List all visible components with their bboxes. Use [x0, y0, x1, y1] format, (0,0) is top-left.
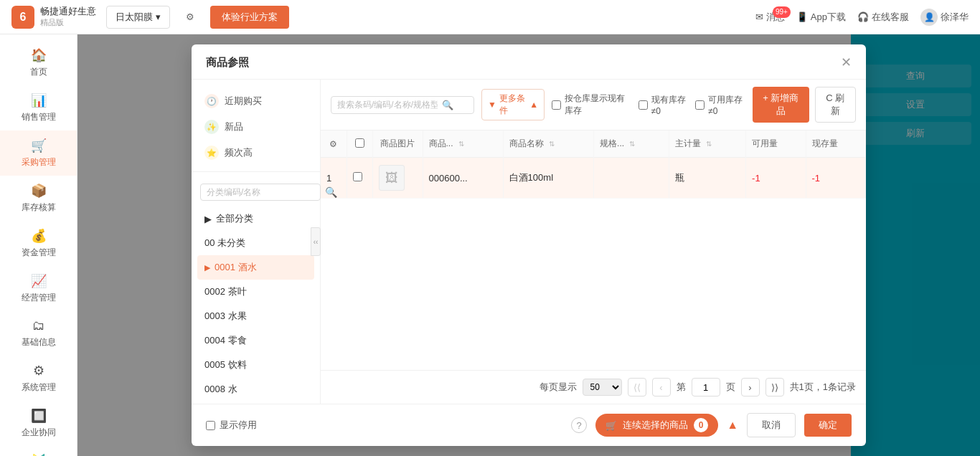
available-checkbox[interactable]	[639, 100, 648, 110]
logo-icon: 6	[11, 6, 34, 29]
category-0002[interactable]: 0002 茶叶	[197, 280, 314, 304]
td-name: 白酒100ml	[503, 158, 593, 199]
quick-frequent[interactable]: ⭐ 频次高	[197, 140, 314, 166]
category-00[interactable]: 00 未分类	[197, 231, 314, 255]
td-image: 🖼	[372, 158, 423, 199]
confirm-button[interactable]: 确定	[804, 414, 852, 437]
avatar: 👤	[920, 9, 938, 26]
modal-overlay: 商品参照 ✕ 🕐 近期购买	[77, 34, 980, 456]
show-disabled-checkbox-wrap[interactable]: 显示停用	[206, 419, 257, 432]
th-unit[interactable]: 主计量 ⇅	[669, 130, 746, 158]
warehouse-checkbox-wrap[interactable]: 按仓库显示现有库存	[552, 92, 631, 117]
filter-icon: ▼	[488, 100, 496, 110]
modal-close-button[interactable]: ✕	[841, 54, 852, 70]
category-0004[interactable]: 0004 零食	[197, 328, 314, 353]
modal-right-panel: 🔍 ▼ 更多条件 ▲ 按仓库显示现有库存	[321, 80, 866, 404]
pagination: 每页显示 50 10 20 100 ⟨⟨ ‹ 第	[321, 370, 866, 404]
sidebar-item-inventory[interactable]: 📦 库存核算	[0, 176, 77, 221]
help-button[interactable]: ?	[571, 417, 587, 433]
category-search-input[interactable]	[200, 184, 321, 201]
chevron-up-icon[interactable]: ▲	[727, 419, 738, 432]
sidebar-item-guide[interactable]: 🔰 新手引导	[0, 446, 77, 456]
basic-icon: 🗂	[32, 318, 45, 333]
category-all[interactable]: ▶ 全部分类	[197, 206, 314, 231]
sales-icon: 📊	[31, 92, 47, 108]
sidebar-item-sales[interactable]: 📊 销售管理	[0, 85, 77, 130]
refresh-button[interactable]: C 刷新	[815, 87, 856, 123]
sidebar-item-enterprise[interactable]: 🔲 企业协同	[0, 401, 77, 446]
new-icon: ✨	[204, 120, 219, 134]
th-spec[interactable]: 规格... ⇅	[594, 130, 669, 158]
product-search-input[interactable]	[337, 100, 438, 110]
usable-checkbox-wrap[interactable]: 可用库存≠0	[695, 94, 745, 116]
td-check[interactable]	[347, 158, 372, 199]
sidebar: 🏠 首页 📊 销售管理 🛒 采购管理 📦 库存核算 💰 资金管理 📈 经	[0, 34, 77, 456]
select-all-checkbox[interactable]	[355, 138, 364, 148]
show-disabled-checkbox[interactable]	[206, 421, 215, 430]
sidebar-item-basic[interactable]: 🗂 基础信息	[0, 311, 77, 356]
cart-icon: 🛒	[606, 420, 617, 431]
first-page-button[interactable]: ⟨⟨	[628, 378, 646, 396]
add-product-button[interactable]: + 新增商品	[753, 87, 809, 123]
home-icon: 🏠	[31, 47, 47, 63]
usable-checkbox[interactable]	[695, 100, 705, 110]
filter-button[interactable]: ▼ 更多条件 ▲	[481, 89, 545, 120]
next-page-button[interactable]: ›	[741, 378, 760, 396]
category-0008[interactable]: 0008 水	[197, 377, 314, 395]
category-0003[interactable]: 0003 水果	[197, 304, 314, 328]
finance-icon: 💰	[31, 228, 47, 244]
category-0001[interactable]: ▶ 0001 酒水	[197, 255, 314, 280]
content-area: 查询 设置 刷新 商品参照 ✕	[77, 34, 980, 456]
cart-count: 0	[694, 418, 708, 432]
row-checkbox[interactable]	[353, 172, 362, 181]
gear-button[interactable]: ⚙	[179, 6, 202, 29]
warehouse-checkbox[interactable]	[552, 100, 561, 110]
prev-page-button[interactable]: ‹	[652, 378, 671, 396]
page-size-select[interactable]: 50 10 20 100	[583, 379, 622, 396]
th-name[interactable]: 商品名称 ⇅	[503, 130, 593, 158]
product-search-icon[interactable]: 🔍	[442, 100, 453, 110]
th-available: 可用量	[746, 130, 806, 158]
th-gear[interactable]: ⚙	[321, 130, 347, 158]
inventory-icon: 📦	[31, 183, 47, 199]
modal-body: 🕐 近期购买 ✨ 新品 ⭐ 频次高	[192, 80, 866, 404]
collapse-button[interactable]: ‹‹	[311, 227, 321, 256]
available-checkbox-wrap[interactable]: 现有库存≠0	[639, 94, 689, 116]
online-service-nav-item[interactable]: 🎧 在线客服	[857, 11, 909, 24]
category-0005[interactable]: 0005 饮料	[197, 353, 314, 377]
nav-dropdown[interactable]: 日太阳膜 ▾	[106, 6, 170, 29]
sidebar-item-operation[interactable]: 📈 经营管理	[0, 266, 77, 311]
purchase-icon: 🛒	[31, 138, 47, 153]
cancel-button[interactable]: 取消	[747, 413, 796, 437]
category-search-icon[interactable]: 🔍	[325, 186, 337, 198]
enterprise-icon: 🔲	[31, 408, 47, 424]
sidebar-item-finance[interactable]: 💰 资金管理	[0, 221, 77, 266]
sidebar-item-system[interactable]: ⚙ 系统管理	[0, 356, 77, 401]
divider	[192, 171, 320, 172]
product-table: ⚙ 商品图片 商品...	[321, 130, 866, 370]
sidebar-item-home[interactable]: 🏠 首页	[0, 40, 77, 85]
th-code[interactable]: 商品... ⇅	[423, 130, 503, 158]
nav-icons: ✉ 消息 99+ 📱 App下载 🎧 在线客服 👤 徐泽华	[755, 9, 969, 26]
user-nav-item[interactable]: 👤 徐泽华	[920, 9, 969, 26]
system-icon: ⚙	[33, 363, 44, 379]
last-page-button[interactable]: ⟩⟩	[765, 378, 784, 396]
table-row[interactable]: 1 🖼	[321, 158, 866, 199]
sidebar-item-purchase[interactable]: 🛒 采购管理	[0, 130, 77, 176]
app-download-nav-item[interactable]: 📱 App下载	[796, 11, 846, 24]
th-stock: 现存量	[806, 130, 865, 158]
product-search-wrap: 🔍	[331, 96, 474, 114]
sort-spec-icon: ⇅	[629, 140, 635, 148]
quick-new[interactable]: ✨ 新品	[197, 114, 314, 140]
messages-nav-item[interactable]: ✉ 消息 99+	[755, 11, 785, 24]
quick-recent[interactable]: 🕐 近期购买	[197, 88, 314, 114]
cart-badge[interactable]: 🛒 连续选择的商品 0	[595, 414, 718, 437]
td-code: 000600...	[423, 158, 503, 199]
experience-button[interactable]: 体验行业方案	[210, 6, 289, 29]
page-input[interactable]	[692, 378, 720, 396]
th-check[interactable]	[347, 130, 372, 158]
recent-icon: 🕐	[204, 94, 219, 108]
main-layout: 🏠 首页 📊 销售管理 🛒 采购管理 📦 库存核算 💰 资金管理 📈 经	[0, 34, 980, 456]
category-list: ▶ 全部分类 00 未分类 ▶ 0001 酒水	[192, 206, 320, 395]
quick-items: 🕐 近期购买 ✨ 新品 ⭐ 频次高	[192, 88, 320, 166]
